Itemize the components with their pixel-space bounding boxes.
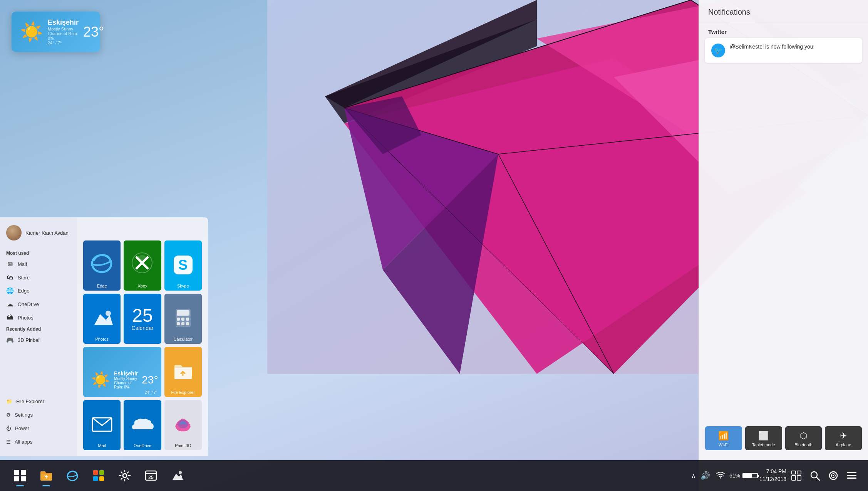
volume-icon[interactable]: 🔊 bbox=[699, 469, 712, 482]
calculator-tile-icon bbox=[173, 308, 194, 330]
weather-tile-temp: 23° bbox=[142, 374, 158, 386]
svg-rect-56 bbox=[797, 476, 801, 480]
cortana-icon[interactable] bbox=[825, 467, 842, 484]
battery-indicator[interactable]: 61% bbox=[729, 473, 758, 479]
notifications-panel: Notifications Twitter 🐦 @SelimKestel is … bbox=[699, 0, 868, 491]
taskbar-edge[interactable] bbox=[60, 463, 85, 488]
taskbar-fileexplorer[interactable] bbox=[34, 463, 59, 488]
start-button-underline bbox=[16, 485, 24, 486]
sidebar-item-photos[interactable]: 🏔 Photos bbox=[0, 311, 77, 324]
sidebar-item-store[interactable]: 🛍 Store bbox=[0, 271, 77, 284]
fileexplorer-sidebar-icon: 📁 bbox=[6, 399, 12, 404]
allapps-icon: ☰ bbox=[6, 439, 11, 445]
sidebar-item-fileexplorer[interactable]: 📁 File Explorer bbox=[0, 395, 77, 408]
svg-rect-36 bbox=[14, 470, 19, 475]
tile-photos[interactable]: Photos bbox=[83, 294, 121, 344]
onedrive-tile-icon bbox=[130, 415, 155, 436]
start-tiles: Edge Xbox bbox=[77, 217, 208, 456]
tile-paint3d[interactable]: Paint 3D bbox=[164, 400, 202, 450]
search-taskbar-icon[interactable] bbox=[806, 467, 823, 484]
battery-bar bbox=[742, 473, 758, 478]
onedrive-label: OneDrive bbox=[18, 301, 39, 307]
user-avatar bbox=[6, 225, 22, 240]
taskbar-action-icons bbox=[788, 467, 860, 484]
edge-label: Edge bbox=[18, 288, 29, 294]
settings-sidebar-label: Settings bbox=[15, 412, 33, 418]
battery-fill bbox=[743, 474, 752, 478]
svg-text:25: 25 bbox=[148, 475, 154, 480]
action-center-icon[interactable] bbox=[843, 467, 860, 484]
svg-rect-31 bbox=[181, 322, 184, 325]
sidebar-item-mail[interactable]: ✉ Mail bbox=[0, 257, 77, 271]
tile-fileexplorer[interactable]: File Explorer bbox=[164, 347, 202, 397]
fileexplorer-taskbar-underline bbox=[42, 485, 50, 486]
calendar-tile-number: 25 bbox=[132, 306, 154, 325]
tray-icons: ∧ 🔊 61% bbox=[691, 469, 758, 483]
tile-edge[interactable]: Edge bbox=[83, 240, 121, 291]
svg-point-20 bbox=[137, 255, 147, 261]
taskbar-store[interactable] bbox=[86, 463, 111, 488]
tile-calendar[interactable]: 25 Calendar bbox=[124, 294, 161, 344]
sidebar-item-edge[interactable]: 🌐 Edge bbox=[0, 284, 77, 298]
onedrive-icon: ☁ bbox=[6, 301, 14, 308]
action-tile-wifi[interactable]: 📶 Wi-Fi bbox=[705, 426, 742, 450]
3dpinball-icon: 🎮 bbox=[6, 336, 14, 344]
fileexplorer-tile-label: File Explorer bbox=[164, 390, 202, 395]
svg-point-46 bbox=[123, 474, 127, 478]
start-button[interactable] bbox=[8, 463, 32, 488]
photos-icon: 🏔 bbox=[6, 314, 14, 321]
photos-label: Photos bbox=[18, 315, 33, 321]
weather-info: Eskişehir Mostly Sunny Chance of Rain: 0… bbox=[48, 18, 79, 45]
tile-onedrive[interactable]: OneDrive bbox=[124, 400, 161, 450]
tile-xbox[interactable]: Xbox bbox=[124, 240, 161, 291]
svg-rect-29 bbox=[186, 318, 189, 321]
tray-expand-icon[interactable]: ∧ bbox=[691, 472, 696, 479]
weather-tile-info: Eskişehir Mostly Sunny Chance of Rain: 0… bbox=[114, 370, 138, 389]
tile-skype[interactable]: S Skype bbox=[164, 240, 202, 291]
settings-sidebar-icon: ⚙ bbox=[6, 412, 11, 418]
sidebar-item-power[interactable]: ⏻ Power bbox=[0, 422, 77, 435]
clock[interactable]: 7:04 PM 11/12/2018 bbox=[759, 468, 786, 483]
action-tile-airplane[interactable]: ✈ Airplane bbox=[825, 426, 862, 450]
taskbar-settings[interactable] bbox=[112, 463, 137, 488]
edge-tile-label: Edge bbox=[83, 284, 121, 288]
action-tile-tablet[interactable]: ⬜ Tablet mode bbox=[745, 426, 782, 450]
taskbar-photos[interactable] bbox=[165, 463, 189, 488]
svg-rect-32 bbox=[186, 322, 189, 325]
svg-rect-38 bbox=[14, 476, 19, 481]
sidebar-item-settings[interactable]: ⚙ Settings bbox=[0, 408, 77, 422]
tile-calculator[interactable]: Calculator bbox=[164, 294, 202, 344]
notification-section-twitter: Twitter bbox=[699, 23, 868, 38]
airplane-icon: ✈ bbox=[828, 431, 859, 441]
onedrive-tile-label: OneDrive bbox=[124, 443, 161, 448]
weather-widget[interactable]: ☀️ Eskişehir Mostly Sunny Chance of Rain… bbox=[12, 12, 100, 52]
mail-tile-label: Mail bbox=[83, 443, 121, 448]
start-menu: Kamer Kaan Avdan Most used ✉ Mail 🛍 Stor… bbox=[0, 217, 208, 456]
power-sidebar-icon: ⏻ bbox=[6, 425, 11, 431]
svg-rect-26 bbox=[177, 310, 189, 316]
task-view-icon[interactable] bbox=[788, 467, 805, 484]
sidebar-item-3dpinball[interactable]: 🎮 3D Pinball bbox=[0, 333, 77, 347]
user-info[interactable]: Kamer Kaan Avdan bbox=[0, 225, 77, 248]
tiles-grid: Edge Xbox bbox=[83, 240, 202, 450]
airplane-label: Airplane bbox=[828, 442, 859, 447]
sidebar-item-onedrive[interactable]: ☁ OneDrive bbox=[0, 298, 77, 311]
action-tile-bluetooth[interactable]: ⬡ Bluetooth bbox=[785, 426, 822, 450]
wifi-icon: 📶 bbox=[708, 431, 739, 441]
svg-marker-50 bbox=[173, 474, 183, 480]
sidebar-item-allapps[interactable]: ☰ All apps bbox=[0, 435, 77, 449]
taskbar-calendar[interactable]: 25 bbox=[139, 463, 163, 488]
user-name: Kamer Kaan Avdan bbox=[25, 230, 69, 236]
calendar-tile-month: Calendar bbox=[132, 325, 154, 331]
svg-point-51 bbox=[179, 471, 182, 474]
tile-weather[interactable]: ☀️ Eskişehir Mostly Sunny Chance of Rain… bbox=[83, 347, 161, 397]
photos-tile-icon bbox=[90, 306, 114, 331]
edge-tile-icon bbox=[89, 251, 114, 281]
paint3d-tile-label: Paint 3D bbox=[164, 443, 202, 448]
tile-mail[interactable]: Mail bbox=[83, 400, 121, 450]
wifi-tray-icon[interactable] bbox=[715, 469, 726, 483]
clock-time: 7:04 PM bbox=[759, 468, 786, 476]
weather-description: Mostly Sunny bbox=[48, 27, 79, 31]
notification-card-twitter[interactable]: 🐦 @SelimKestel is now following you! bbox=[705, 38, 862, 63]
svg-point-61 bbox=[833, 475, 834, 476]
